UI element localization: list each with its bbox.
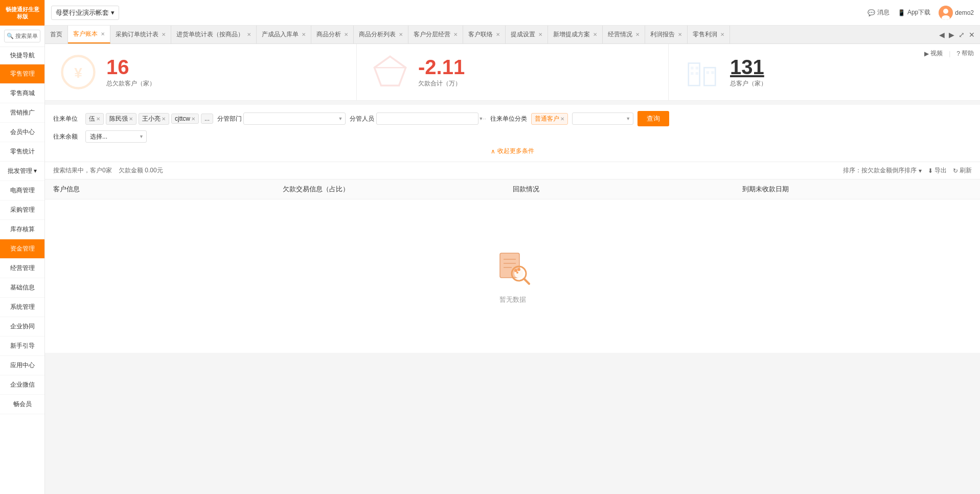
tab-close-customer-ledger[interactable]: ✕ bbox=[101, 31, 105, 37]
sidebar-item-retail-mgmt[interactable]: 零售管理 bbox=[0, 64, 44, 84]
tab-close-analysis-list[interactable]: ✕ bbox=[399, 32, 403, 37]
user-menu[interactable]: demo2 bbox=[939, 6, 974, 20]
tab-product-analysis[interactable]: 商品分析 ✕ bbox=[311, 26, 354, 43]
filter-tag-wang: 王小亮 ✕ bbox=[139, 113, 169, 125]
unit-type-select[interactable] bbox=[572, 113, 633, 125]
tab-close-inbound[interactable]: ✕ bbox=[302, 32, 306, 37]
sidebar-item-marketing[interactable]: 营销推广 bbox=[0, 103, 44, 123]
sidebar-item-enterprise-coop[interactable]: 企业协同 bbox=[0, 317, 44, 336]
tab-inventory-stats[interactable]: 进货单统计表（按商品） ✕ bbox=[171, 26, 257, 43]
tab-customer-ledger[interactable]: 客户账本 ✕ bbox=[68, 26, 110, 43]
stat-info-total: 131 总客户（家） bbox=[730, 57, 767, 88]
tab-expand-button[interactable]: ⤢ bbox=[958, 30, 966, 40]
unit-type-select-wrap bbox=[572, 113, 633, 125]
stats-row: ¥ 16 总欠款客户（家） -2.11 欠款合计（万 bbox=[45, 44, 980, 101]
balance-select[interactable]: 选择... bbox=[85, 130, 147, 143]
sidebar-item-finance[interactable]: 资金管理 bbox=[0, 239, 44, 259]
tab-prev-button[interactable]: ◀ bbox=[938, 30, 946, 40]
tab-home[interactable]: 首页 bbox=[45, 26, 68, 43]
sidebar-item-member-center[interactable]: 会员中心 bbox=[0, 123, 44, 142]
tab-close-contact[interactable]: ✕ bbox=[496, 32, 500, 37]
sidebar-item-retail-stats[interactable]: 零售统计 bbox=[0, 142, 44, 162]
tab-close-commission[interactable]: ✕ bbox=[538, 32, 542, 37]
tab-close-retail-profit[interactable]: ✕ bbox=[720, 32, 724, 37]
filter-tag-more[interactable]: ... bbox=[201, 114, 213, 124]
filter-tag-close-ce[interactable]: ✕ bbox=[96, 116, 100, 122]
help-link[interactable]: ? 帮助 bbox=[956, 49, 974, 58]
person-more-icon[interactable]: ··· bbox=[481, 115, 486, 122]
tab-retail-profit[interactable]: 零售利润 ✕ bbox=[688, 26, 730, 43]
sidebar-item-enterprise-wechat[interactable]: 企业微信 bbox=[0, 375, 44, 395]
tabbar-actions: ◀ ▶ ⤢ ✕ bbox=[934, 30, 980, 40]
tab-close-ops[interactable]: ✕ bbox=[635, 32, 640, 37]
export-button[interactable]: ⬇ 导出 bbox=[928, 166, 947, 175]
sidebar-item-system-mgmt[interactable]: 系统管理 bbox=[0, 298, 44, 317]
svg-point-24 bbox=[516, 272, 518, 274]
sidebar: 畅捷通好生意 标版 🔍 搜索菜单 快捷导航 零售管理 零售商城 营销推广 会员中… bbox=[0, 0, 45, 494]
stat-corner-links: ▶ 视频 | ? 帮助 bbox=[924, 49, 974, 58]
stat-label-debt: 欠款合计（万） bbox=[418, 79, 465, 88]
sidebar-item-inventory[interactable]: 库存核算 bbox=[0, 220, 44, 239]
dept-input[interactable] bbox=[243, 113, 346, 125]
tab-operations[interactable]: 经营情况 ✕ bbox=[603, 26, 645, 43]
result-summary: 搜索结果中，客户0家 欠款金额 0.00元 bbox=[53, 166, 163, 175]
svg-rect-14 bbox=[711, 71, 714, 74]
tab-purchase-order-stats[interactable]: 采购订单统计表 ✕ bbox=[110, 26, 171, 43]
sidebar-item-purchase-mgmt[interactable]: 采购管理 bbox=[0, 200, 44, 220]
tab-commission-settings[interactable]: 提成设置 ✕ bbox=[506, 26, 548, 43]
sidebar-item-new-guide[interactable]: 新手引导 bbox=[0, 336, 44, 356]
filter-label-unit-type: 往来单位分类 bbox=[490, 115, 527, 123]
query-button[interactable]: 查询 bbox=[637, 111, 669, 126]
sort-selector[interactable]: 排序：按欠款金额倒序排序 ▾ bbox=[843, 166, 922, 175]
sidebar-item-ecommerce[interactable]: 电商管理 bbox=[0, 181, 44, 200]
tab-product-inbound[interactable]: 产成品入库单 ✕ bbox=[257, 26, 311, 43]
app-download-button[interactable]: 📱 App下载 bbox=[898, 8, 930, 17]
tab-product-analysis-list[interactable]: 商品分析列表 ✕ bbox=[354, 26, 408, 43]
sidebar-item-retail-mall[interactable]: 零售商城 bbox=[0, 84, 44, 103]
collapse-button[interactable]: ∧ 收起更多条件 bbox=[53, 147, 972, 155]
tab-close-all-button[interactable]: ✕ bbox=[968, 30, 976, 40]
col-customer-info: 客户信息 bbox=[53, 185, 283, 194]
tab-customer-segment[interactable]: 客户分层经营 ✕ bbox=[408, 26, 463, 43]
filter-tag-close-normal-customer[interactable]: ✕ bbox=[560, 116, 564, 122]
sidebar-item-operations[interactable]: 经营管理 bbox=[0, 259, 44, 278]
sidebar-item-vip-member[interactable]: 畅会员 bbox=[0, 395, 44, 414]
tab-close-new-commission[interactable]: ✕ bbox=[593, 32, 597, 37]
tab-close-profit[interactable]: ✕ bbox=[678, 32, 682, 37]
col-due-date: 到期未收款日期 bbox=[742, 185, 972, 194]
person-select-wrap: 分管人员 ··· bbox=[350, 113, 486, 125]
message-icon: 💬 bbox=[868, 9, 875, 16]
stat-card-debt: -2.11 欠款合计（万） bbox=[357, 44, 669, 100]
stat-card-total: ▶ 视频 | ? 帮助 bbox=[669, 44, 980, 100]
stat-icon-building bbox=[684, 54, 720, 90]
person-input[interactable] bbox=[376, 113, 478, 125]
filter-tag-close-wang[interactable]: ✕ bbox=[162, 116, 166, 122]
tab-profit-report[interactable]: 利润报告 ✕ bbox=[645, 26, 688, 43]
filter-tag-close-chen[interactable]: ✕ bbox=[129, 116, 133, 122]
tab-next-button[interactable]: ▶ bbox=[948, 30, 955, 40]
sidebar-item-batch-mgmt[interactable]: 批发管理 ▾ bbox=[0, 162, 44, 181]
sidebar-item-quick-nav[interactable]: 快捷导航 bbox=[0, 47, 44, 64]
tab-close-segment[interactable]: ✕ bbox=[453, 32, 458, 37]
messages-button[interactable]: 💬 消息 bbox=[868, 8, 890, 17]
search-icon: 🔍 bbox=[7, 33, 14, 39]
data-table: 客户信息 欠款交易信息（占比） 回款情况 到期未收款日期 bbox=[45, 179, 980, 353]
tab-close-analysis[interactable]: ✕ bbox=[344, 32, 348, 37]
tab-customer-contact[interactable]: 客户联络 ✕ bbox=[463, 26, 506, 43]
svg-rect-11 bbox=[691, 72, 693, 75]
sidebar-item-basic-info[interactable]: 基础信息 bbox=[0, 278, 44, 298]
tab-close-purchase-order[interactable]: ✕ bbox=[162, 32, 166, 37]
search-menu-button[interactable]: 🔍 搜索菜单 bbox=[4, 30, 40, 42]
empty-text: 暂无数据 bbox=[499, 295, 526, 304]
filter-tag-close-cjttcw[interactable]: ✕ bbox=[191, 116, 195, 122]
sidebar-item-app-center[interactable]: 应用中心 bbox=[0, 356, 44, 375]
tab-new-commission[interactable]: 新增提成方案 ✕ bbox=[548, 26, 603, 43]
svg-rect-10 bbox=[696, 67, 698, 70]
account-selector[interactable]: 母婴行业演示帐套 ▾ bbox=[51, 6, 119, 20]
svg-point-23 bbox=[517, 268, 520, 271]
tab-close-inventory[interactable]: ✕ bbox=[247, 32, 251, 37]
video-link[interactable]: ▶ 视频 bbox=[924, 49, 943, 58]
chevron-up-icon: ∧ bbox=[491, 148, 495, 155]
refresh-button[interactable]: ↻ 刷新 bbox=[953, 166, 972, 175]
avatar bbox=[939, 6, 953, 20]
